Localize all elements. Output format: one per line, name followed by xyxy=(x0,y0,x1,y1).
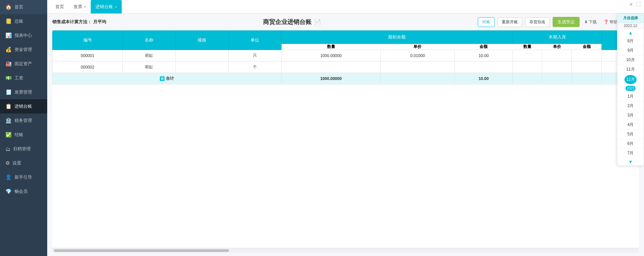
tab-inventory[interactable]: 进销台账 × xyxy=(91,0,121,14)
sidebar-item-inventory[interactable]: 📋 进销台账 xyxy=(0,99,47,113)
month-item-9[interactable]: 9月 xyxy=(617,46,644,55)
total-opening-price xyxy=(380,73,455,84)
download-label: 下载 xyxy=(589,19,597,25)
month-item-6[interactable]: 6月 xyxy=(617,139,644,149)
cell-number-2: 000002 xyxy=(53,61,123,73)
help-label: 帮助 xyxy=(610,19,618,25)
month-item-8[interactable]: 8月 xyxy=(617,36,644,46)
sidebar-item-label: 设置 xyxy=(12,160,21,166)
sidebar-item-funds[interactable]: 💰 资金管理 xyxy=(0,43,47,57)
sidebar-item-label: 工资 xyxy=(14,75,23,81)
sidebar-item-label: 总账 xyxy=(14,18,23,24)
scrollbar-track[interactable] xyxy=(54,249,229,252)
month-item-2[interactable]: 2月 xyxy=(617,101,644,111)
col-unit: 单位 xyxy=(229,31,282,50)
total-in-qty xyxy=(513,73,542,84)
cell-in-qty-2 xyxy=(513,61,542,73)
sidebar-item-label: 畅会员 xyxy=(14,188,28,195)
cell-opening-amount-2 xyxy=(455,61,513,73)
sidebar-item-invoice-mgmt[interactable]: 🧾 发票管理 xyxy=(0,85,47,99)
sidebar-item-settings[interactable]: ⚙ 设置 xyxy=(0,156,47,170)
cell-name-1: 前缸 xyxy=(123,50,176,61)
total-in-amount xyxy=(572,73,602,84)
window-controls: ✕ ⛶ xyxy=(629,2,641,7)
help-icon: ❓ xyxy=(604,20,609,24)
tax-icon: 🏦 xyxy=(5,118,12,124)
year-badge-2023: 2023 xyxy=(625,86,636,91)
tab-home-label: 首页 xyxy=(55,4,64,10)
sidebar-item-guide[interactable]: 👤 新手引导 xyxy=(0,170,47,184)
reopen-button[interactable]: 重新开账 xyxy=(497,17,522,27)
cost-method: 销售成本计算方法： 月平均 xyxy=(52,19,106,25)
sidebar-item-label: 固定资产 xyxy=(14,61,32,67)
sidebar-item-checkout[interactable]: ✅ 结账 xyxy=(0,128,47,142)
assets-icon: 🏭 xyxy=(5,61,12,67)
cell-opening-qty-2 xyxy=(282,61,381,73)
month-item-1[interactable]: 1月 xyxy=(617,92,644,101)
maximize-window-button[interactable]: ⛶ xyxy=(636,2,641,7)
col-in-price: 单价 xyxy=(542,44,572,50)
month-item-11[interactable]: 11月 xyxy=(617,65,644,74)
sidebar-item-home[interactable]: 🏠 首页 xyxy=(0,0,47,14)
cell-in-price-1 xyxy=(542,50,572,61)
month-item-4[interactable]: 4月 xyxy=(617,120,644,130)
tab-home[interactable]: 首页 xyxy=(51,0,69,14)
cell-in-amount-1 xyxy=(572,50,602,61)
inventory-icon: 📋 xyxy=(5,103,12,109)
month-scroll-down-button[interactable]: ▼ xyxy=(617,158,644,165)
page-title: 商贸企业进销台账 xyxy=(263,18,312,26)
guide-icon: 👤 xyxy=(5,174,12,180)
reconcile-button[interactable]: 对账 xyxy=(478,17,495,27)
page-title-area: 商贸企业进销台账 📄 xyxy=(263,18,321,26)
save-alias-button[interactable]: 存货别名 xyxy=(525,17,550,27)
total-opening-qty: 1000.00000 xyxy=(282,73,381,84)
cell-opening-qty-1: 1000.00000 xyxy=(282,50,381,61)
sidebar: 🏠 首页 📒 总账 📊 报表中心 💰 资金管理 🏭 固定资产 💵 工资 🧾 发票… xyxy=(0,0,47,256)
total-opening-amount: 10.00 xyxy=(455,73,513,84)
tab-inventory-label: 进销台账 xyxy=(95,4,113,10)
sidebar-item-vip[interactable]: 💎 畅会员 xyxy=(0,184,47,199)
home-icon: 🏠 xyxy=(5,4,12,10)
month-item-3[interactable]: 3月 xyxy=(617,111,644,120)
cell-in-qty-1 xyxy=(513,50,542,61)
sidebar-item-tax[interactable]: 🏦 税务管理 xyxy=(0,113,47,128)
tab-invoice[interactable]: 发票 × xyxy=(69,0,91,14)
cell-opening-price-1: 0.01000 xyxy=(380,50,455,61)
cell-in-price-2 xyxy=(542,61,572,73)
table-row: 000001 前缸 只 1000.00000 0.01000 10.00 xyxy=(53,50,639,61)
month-item-7[interactable]: 7月 xyxy=(617,149,644,158)
month-panel-header: 月份选择 xyxy=(617,14,644,23)
info-icon[interactable]: 📄 xyxy=(314,19,321,25)
generate-voucher-button[interactable]: 生成凭证 xyxy=(553,17,580,27)
sidebar-item-label: 发票管理 xyxy=(14,89,32,95)
col-opening-balance: 期初余额 xyxy=(282,31,513,44)
sidebar-item-archive[interactable]: 🗂 归档管理 xyxy=(0,142,47,156)
sidebar-item-label: 结账 xyxy=(14,132,23,138)
settings-icon: ⚙ xyxy=(5,160,10,166)
sidebar-item-ledger[interactable]: 📒 总账 xyxy=(0,14,47,28)
close-window-button[interactable]: ✕ xyxy=(629,2,633,7)
cell-unit-1: 只 xyxy=(229,50,282,61)
bottom-scrollbar xyxy=(52,248,639,253)
col-name: 名称 xyxy=(123,31,176,50)
download-button[interactable]: ⬇ 下载 xyxy=(582,18,599,26)
top-bar: 销售成本计算方法： 月平均 商贸企业进销台账 📄 对账 重新开账 存货别名 生成… xyxy=(52,17,639,27)
sidebar-item-salary[interactable]: 💵 工资 xyxy=(0,71,47,85)
sidebar-item-label: 报表中心 xyxy=(14,32,32,39)
tab-inventory-close[interactable]: × xyxy=(115,5,117,9)
salary-icon: 💵 xyxy=(5,75,12,81)
month-item-12-active[interactable]: 12月 xyxy=(624,75,637,84)
cost-method-label: 销售成本计算方法： xyxy=(52,19,92,24)
month-item-5[interactable]: 5月 xyxy=(617,130,644,139)
month-scroll-up-button[interactable]: ▲ xyxy=(617,29,644,36)
col-period-in: 本期入库 xyxy=(513,31,602,44)
cell-spec-2 xyxy=(176,61,229,73)
month-item-10[interactable]: 10月 xyxy=(617,55,644,65)
page-content: 销售成本计算方法： 月平均 商贸企业进销台账 📄 对账 重新开账 存货别名 生成… xyxy=(47,14,644,256)
ledger-icon: 📒 xyxy=(5,18,12,24)
sidebar-item-assets[interactable]: 🏭 固定资产 xyxy=(0,57,47,71)
sidebar-item-reports[interactable]: 📊 报表中心 xyxy=(0,28,47,43)
cell-in-amount-2 xyxy=(572,61,602,73)
sidebar-item-label: 税务管理 xyxy=(14,118,32,124)
tab-invoice-close[interactable]: × xyxy=(84,5,86,9)
